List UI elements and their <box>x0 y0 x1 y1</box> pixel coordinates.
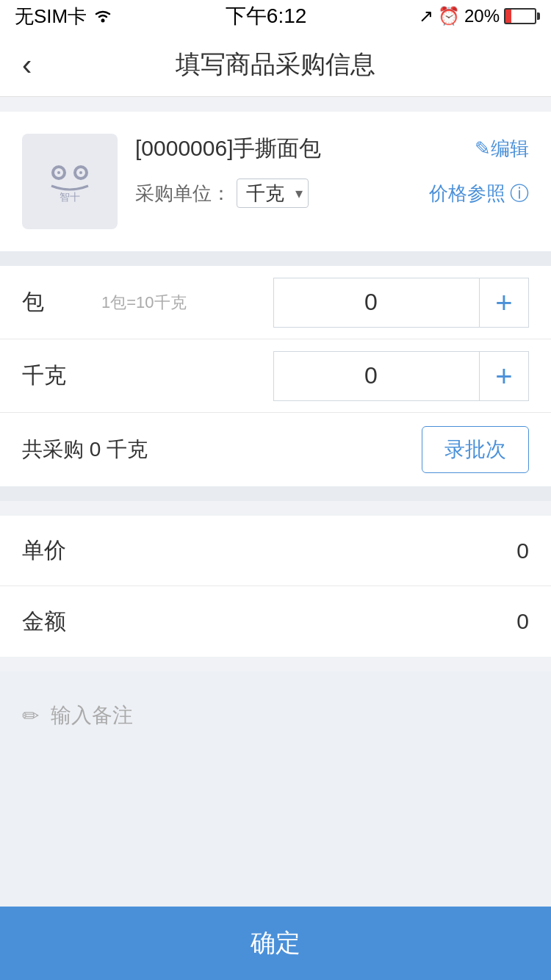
kg-input-right: + <box>273 351 529 401</box>
amount-row: 金额 0 <box>0 586 551 657</box>
nav-bar: ‹ 填写商品采购信息 <box>0 32 551 97</box>
page-title: 填写商品采购信息 <box>176 48 375 82</box>
pencil-icon: ✏ <box>22 704 39 728</box>
product-logo: 智十 <box>40 149 99 214</box>
unit-price-value: 0 <box>516 538 529 563</box>
total-text: 共采购 0 千克 <box>22 436 148 464</box>
unit-selector-area: 采购单位： 千克 包 <box>135 179 309 208</box>
unit-label: 采购单位： <box>135 182 231 204</box>
status-bar: 无SIM卡 下午6:12 ↗ ⏰ 20% <box>0 0 551 32</box>
quantity-section: 包 1包=10千克 + 千克 + <box>0 266 551 413</box>
kg-label: 千克 <box>22 361 96 391</box>
sim-label: 无SIM卡 <box>15 4 87 29</box>
confirm-button[interactable]: 确定 <box>0 907 551 980</box>
status-right: ↗ ⏰ 20% <box>419 6 536 26</box>
price-ref-info-icon: ⓘ <box>510 181 529 206</box>
svg-point-4 <box>79 171 82 174</box>
svg-point-0 <box>101 18 105 22</box>
product-name: [0000006]手撕面包 <box>135 134 321 164</box>
unit-price-row: 单价 0 <box>0 516 551 586</box>
total-row: 共采购 0 千克 录批次 <box>0 413 551 486</box>
product-image: 智十 <box>22 134 118 229</box>
bao-plus-button[interactable]: + <box>479 278 529 328</box>
edit-button[interactable]: ✎编辑 <box>475 136 529 162</box>
bao-input-row: 包 1包=10千克 + <box>0 266 551 339</box>
svg-point-3 <box>57 171 60 174</box>
total-value: 0 <box>90 438 101 461</box>
battery-icon <box>504 8 536 24</box>
unit-select-wrap[interactable]: 千克 包 <box>237 179 309 208</box>
unit-select[interactable]: 千克 包 <box>237 179 309 208</box>
product-header: [0000006]手撕面包 ✎编辑 <box>135 134 529 164</box>
price-ref-button[interactable]: 价格参照 ⓘ <box>429 181 529 206</box>
product-card: 智十 [0000006]手撕面包 ✎编辑 采购单位： 千克 包 价格参照 ⓘ <box>0 112 551 251</box>
bao-input-right: + <box>273 278 529 328</box>
bao-quantity-input[interactable] <box>273 278 479 328</box>
price-section: 单价 0 金额 0 <box>0 516 551 657</box>
bao-label: 包 <box>22 287 96 317</box>
product-unit-row: 采购单位： 千克 包 价格参照 ⓘ <box>135 179 529 208</box>
back-button[interactable]: ‹ <box>22 50 32 79</box>
separator-1 <box>0 251 551 266</box>
wifi-icon <box>93 5 113 28</box>
kg-quantity-input[interactable] <box>273 351 479 401</box>
amount-label: 金额 <box>22 607 66 637</box>
amount-value: 0 <box>516 609 529 634</box>
status-time: 下午6:12 <box>226 2 307 30</box>
battery-pct: 20% <box>464 6 500 26</box>
note-section[interactable]: ✏ 输入备注 <box>0 671 551 760</box>
kg-plus-button[interactable]: + <box>479 351 529 401</box>
status-left: 无SIM卡 <box>15 4 113 29</box>
separator-2 <box>0 486 551 501</box>
kg-input-row: 千克 + <box>0 339 551 413</box>
price-ref-label: 价格参照 <box>429 181 505 206</box>
svg-text:智十: 智十 <box>60 191 80 203</box>
location-icon: ↗ <box>419 6 433 26</box>
bao-sub-label: 1包=10千克 <box>101 292 273 314</box>
alarm-icon: ⏰ <box>438 6 460 26</box>
unit-price-label: 单价 <box>22 536 66 566</box>
note-placeholder: 输入备注 <box>51 702 133 729</box>
product-info: [0000006]手撕面包 ✎编辑 采购单位： 千克 包 价格参照 ⓘ <box>135 134 529 208</box>
batch-button[interactable]: 录批次 <box>422 426 529 473</box>
